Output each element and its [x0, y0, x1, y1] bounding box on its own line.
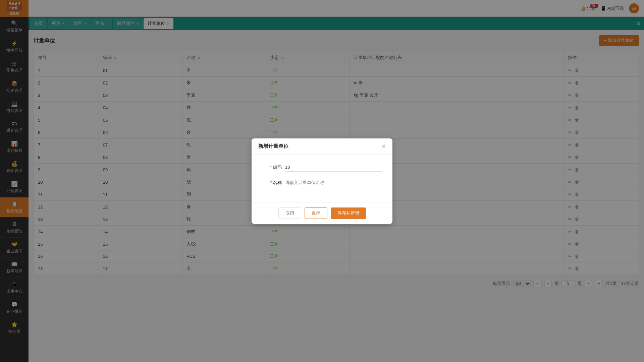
name-label: 名称	[262, 180, 282, 186]
save-button[interactable]: 保存	[305, 207, 327, 219]
dialog-body: 编码 名称	[252, 155, 392, 202]
dialog-title: 新增计量单位	[258, 143, 288, 149]
name-input[interactable]	[285, 178, 382, 187]
code-form-group: 编码	[262, 163, 382, 172]
dialog-footer: 取消 保存 保存并新增	[252, 202, 392, 224]
cancel-button[interactable]: 取消	[278, 207, 301, 219]
name-form-group: 名称	[262, 178, 382, 187]
add-unit-dialog: 新增计量单位 ✕ 编码 名称 取消 保存 保存并新增	[252, 138, 392, 224]
code-input[interactable]	[285, 163, 382, 172]
save-and-new-button[interactable]: 保存并新增	[331, 207, 366, 219]
code-label: 编码	[262, 164, 282, 170]
dialog-overlay: 新增计量单位 ✕ 编码 名称 取消 保存 保存并新增	[0, 0, 644, 362]
dialog-close-button[interactable]: ✕	[381, 143, 386, 149]
dialog-header: 新增计量单位 ✕	[252, 138, 392, 155]
